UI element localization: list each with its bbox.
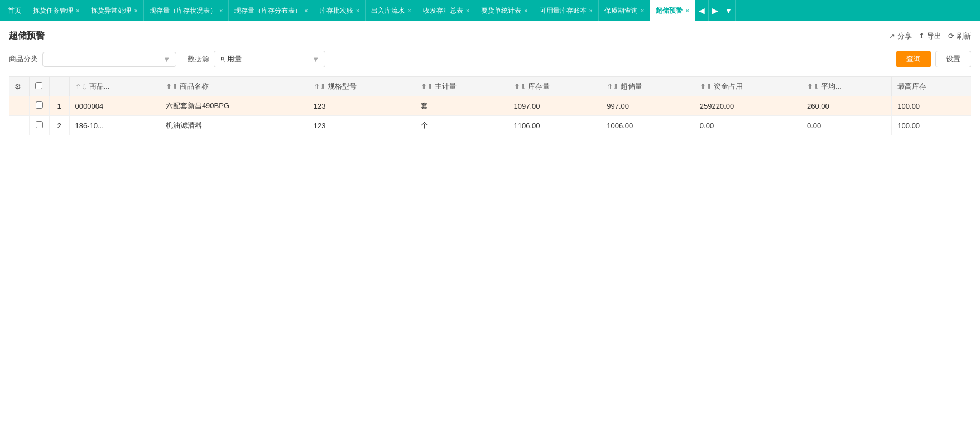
datasource-filter: 数据源 可用量 ▼ [188, 51, 325, 67]
filter-bar: 商品分类 ▼ 数据源 可用量 ▼ 查询 设置 [9, 51, 971, 67]
row-checkbox[interactable] [36, 121, 43, 128]
category-select[interactable]: ▼ [42, 52, 176, 67]
page-title: 超储预警 [9, 30, 45, 42]
tab-overstock[interactable]: 超储预警 × [650, 0, 695, 21]
row-unit: 个 [415, 116, 508, 135]
col-checkbox-header[interactable] [29, 77, 49, 96]
close-tab-task-mgmt[interactable]: × [76, 7, 79, 14]
settings-button[interactable]: 设置 [935, 51, 971, 67]
sort-stock-qty[interactable]: ⇧⇩ 库存量 [514, 81, 550, 91]
sort-sku-code[interactable]: ⇧⇩ 商品... [75, 81, 110, 91]
page-header: 超储预警 ↗ 分享 ↥ 导出 ⟳ 刷新 [9, 30, 971, 42]
row-no: 1 [49, 96, 69, 116]
nav-more-arrow[interactable]: ▼ [722, 0, 736, 21]
sort-overstock-qty[interactable]: ⇧⇩ 超储量 [607, 81, 642, 91]
close-tab-quality-check[interactable]: × [641, 7, 644, 14]
tab-stock-dist[interactable]: 现存量（库存分布表） × [229, 0, 314, 21]
share-icon: ↗ [889, 32, 895, 40]
col-overstock-qty[interactable]: ⇧⇩ 超储量 [601, 77, 694, 96]
row-spec: 123 [308, 96, 415, 116]
row-sku-code: 186-10... [69, 116, 160, 135]
sort-max-stock[interactable]: 最高库存 [897, 81, 926, 91]
datasource-select[interactable]: 可用量 ▼ [214, 51, 325, 67]
row-settings [9, 96, 29, 116]
sort-spec[interactable]: ⇧⇩ 规格型号 [314, 81, 357, 91]
tab-order-stats[interactable]: 要货单统计表 × [475, 0, 534, 21]
row-unit: 套 [415, 96, 508, 116]
col-sku-name[interactable]: ⇧⇩ 商品名称 [160, 77, 308, 96]
settings-gear-icon: ⚙ [15, 83, 21, 91]
row-checkbox[interactable] [36, 101, 43, 109]
nav-prev-arrow[interactable]: ◀ [695, 0, 709, 21]
sort-unit[interactable]: ⇧⇩ 主计量 [421, 81, 457, 91]
top-nav: 首页 拣货任务管理 × 拣货异常处理 × 现存量（库存状况表） × 现存量（库存… [0, 0, 980, 21]
select-all-checkbox[interactable] [35, 82, 42, 89]
col-capital-occ[interactable]: ⇧⇩ 资金占用 [694, 77, 801, 96]
tab-abnormal[interactable]: 拣货异常处理 × [85, 0, 143, 21]
row-overstock-qty: 997.00 [601, 96, 694, 116]
row-sku-code: 0000004 [69, 96, 160, 116]
close-tab-stock-dist[interactable]: × [304, 7, 308, 14]
col-avg[interactable]: ⇧⇩ 平均... [801, 77, 891, 96]
sort-avg[interactable]: ⇧⇩ 平均... [807, 81, 842, 91]
close-tab-recv-summary[interactable]: × [466, 7, 469, 14]
share-action[interactable]: ↗ 分享 [889, 31, 912, 41]
col-settings[interactable]: ⚙ [9, 77, 29, 96]
refresh-action[interactable]: ⟳ 刷新 [948, 31, 971, 41]
datasource-chevron-icon: ▼ [312, 55, 319, 64]
tab-inout-flow[interactable]: 出入库流水 × [366, 0, 417, 21]
category-filter: 商品分类 ▼ [9, 52, 176, 67]
nav-next-arrow[interactable]: ▶ [709, 0, 722, 21]
close-tab-stock-status[interactable]: × [219, 7, 223, 14]
query-button[interactable]: 查询 [896, 51, 931, 67]
sort-capital-occ[interactable]: ⇧⇩ 资金占用 [700, 81, 743, 91]
close-tab-abnormal[interactable]: × [134, 7, 137, 14]
datasource-label: 数据源 [188, 54, 209, 64]
data-table: ⚙ ⇧⇩ 商品... ⇧⇩ 商品名称 [9, 76, 971, 135]
close-tab-avail-account[interactable]: × [589, 7, 593, 14]
row-spec: 123 [308, 116, 415, 135]
col-unit[interactable]: ⇧⇩ 主计量 [415, 77, 508, 96]
table-row: 2 186-10... 机油滤清器 123 个 1106.00 1006.00 … [9, 116, 971, 135]
col-stock-qty[interactable]: ⇧⇩ 库存量 [508, 77, 601, 96]
col-sku-code[interactable]: ⇧⇩ 商品... [69, 77, 160, 96]
row-settings [9, 116, 29, 135]
tab-recv-summary[interactable]: 收发存汇总表 × [417, 0, 475, 21]
tab-stock-batch[interactable]: 库存批次账 × [314, 0, 366, 21]
close-tab-stock-batch[interactable]: × [356, 7, 359, 14]
sort-sku-name[interactable]: ⇧⇩ 商品名称 [166, 81, 209, 91]
col-max-stock[interactable]: 最高库存 [892, 77, 971, 96]
row-capital-occ: 0.00 [694, 116, 801, 135]
row-capital-occ: 259220.00 [694, 96, 801, 116]
col-spec[interactable]: ⇧⇩ 规格型号 [308, 77, 415, 96]
category-label: 商品分类 [9, 54, 38, 64]
tab-stock-status[interactable]: 现存量（库存状况表） × [144, 0, 229, 21]
tab-task-mgmt[interactable]: 拣货任务管理 × [27, 0, 85, 21]
row-checkbox-cell[interactable] [29, 96, 49, 116]
tab-avail-account[interactable]: 可用量库存账本 × [534, 0, 599, 21]
table-row: 1 0000004 六配套新昌490BPG 123 套 1097.00 997.… [9, 96, 971, 116]
filter-actions: 查询 设置 [896, 51, 971, 67]
header-actions: ↗ 分享 ↥ 导出 ⟳ 刷新 [889, 31, 971, 41]
table-header-row: ⚙ ⇧⇩ 商品... ⇧⇩ 商品名称 [9, 77, 971, 96]
row-checkbox-cell[interactable] [29, 116, 49, 135]
row-no: 2 [49, 116, 69, 135]
row-stock-qty: 1097.00 [508, 96, 601, 116]
tab-home[interactable]: 首页 [2, 0, 27, 21]
col-no [49, 77, 69, 96]
row-avg: 0.00 [801, 116, 891, 135]
refresh-icon: ⟳ [948, 32, 954, 40]
close-tab-inout-flow[interactable]: × [407, 7, 411, 14]
row-max-stock: 100.00 [892, 116, 971, 135]
row-avg: 260.00 [801, 96, 891, 116]
close-tab-overstock[interactable]: × [685, 7, 689, 14]
row-overstock-qty: 1006.00 [601, 116, 694, 135]
row-sku-name: 六配套新昌490BPG [160, 96, 308, 116]
export-action[interactable]: ↥ 导出 [919, 31, 941, 41]
category-chevron-icon: ▼ [163, 55, 170, 64]
row-stock-qty: 1106.00 [508, 116, 601, 135]
row-sku-name: 机油滤清器 [160, 116, 308, 135]
tab-quality-check[interactable]: 保质期查询 × [599, 0, 650, 21]
close-tab-order-stats[interactable]: × [524, 7, 527, 14]
export-icon: ↥ [919, 32, 925, 40]
